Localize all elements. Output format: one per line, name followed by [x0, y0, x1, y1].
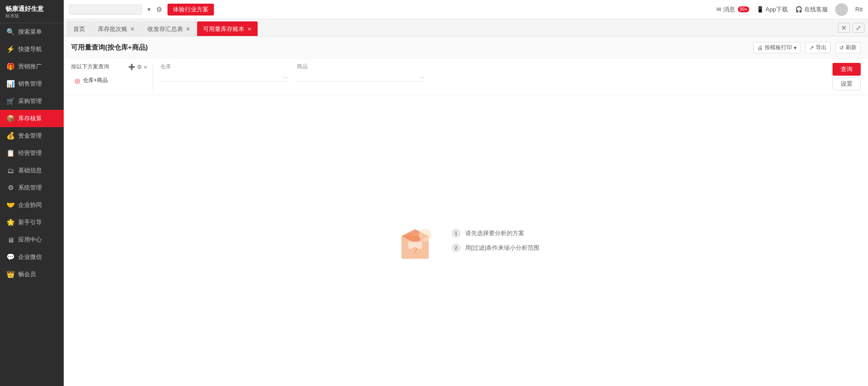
print-btn[interactable]: 🖨 按模板打印 ▾ [753, 42, 801, 53]
scheme-item-label: 仓库+商品 [83, 77, 108, 84]
collapse-btn[interactable]: « [144, 64, 147, 70]
industry-btn[interactable]: 体验行业方案 [168, 4, 214, 15]
query-btn[interactable]: 查询 [832, 63, 861, 76]
empty-hint-1: 1 请先选择要分析的方案 [452, 229, 539, 238]
add-scheme-btn[interactable]: ➕ [128, 64, 135, 70]
warehouse-input[interactable] [160, 72, 280, 79]
product-more-btn[interactable]: ... [419, 72, 424, 79]
topbar: ▾ ⚙ 体验行业方案 ✉ 消息 99+ 📱 App下载 🎧 在线客服 Rit [64, 0, 868, 19]
sidebar-item-marketing[interactable]: 🎁营销推广 [0, 58, 64, 75]
tab-close-available-inventory[interactable]: ✕ [247, 26, 252, 32]
tab-label-batch-account: 库存批次账 [98, 25, 127, 33]
sidebar-label-member: 畅会员 [18, 270, 36, 278]
export-icon: ↗ [809, 45, 814, 51]
tab-batch-account[interactable]: 库存批次账✕ [92, 21, 141, 36]
avatar[interactable] [835, 3, 848, 16]
sidebar-item-operations[interactable]: 📋经营管理 [0, 144, 64, 162]
dropdown-btn[interactable]: ▾ [146, 6, 152, 13]
sidebar-scroll: 🔍搜索菜单⚡快捷导航🎁营销推广📊销售管理🛒采购管理📦库存核算💰资金管理📋经营管理… [0, 23, 64, 386]
tab-close-inventory-summary[interactable]: ✕ [186, 26, 190, 32]
tab-label-inventory-summary: 收发存汇总表 [147, 25, 183, 33]
sidebar-icon-shortcut: ⚡ [6, 45, 15, 53]
sidebar-icon-system: ⚙ [6, 184, 15, 192]
tab-close-batch-account[interactable]: ✕ [130, 26, 135, 32]
sidebar-label-operations: 经营管理 [18, 149, 42, 157]
warehouse-more-btn[interactable]: ... [283, 72, 288, 79]
message-icon: ✉ [716, 6, 721, 13]
filter-action-buttons: 查询 设置 [825, 63, 861, 90]
empty-box-icon: ? [392, 218, 438, 263]
product-field: 商品 ... [297, 63, 424, 82]
filter-settings-btn[interactable]: 设置 [832, 77, 861, 90]
gear-btn[interactable]: ⚙ [156, 5, 162, 14]
sidebar-item-sales[interactable]: 📊销售管理 [0, 75, 64, 93]
sidebar-label-shortcut: 快捷导航 [18, 45, 42, 53]
hint-num-1: 1 [452, 229, 461, 238]
sidebar-icon-purchase: 🛒 [6, 97, 15, 105]
tab-label-available-inventory: 可用量库存账本 [203, 25, 244, 33]
sidebar-item-appcenter[interactable]: 🖥应用中心 [0, 231, 64, 248]
scheme-item-warehouse[interactable]: ◎ 仓库+商品 [71, 74, 147, 87]
app-download-btn[interactable]: 📱 App下载 [756, 5, 788, 14]
svg-point-3 [419, 229, 431, 242]
page-header: 可用量查询(按仓库+商品) 🖨 按模板打印 ▾ ↗ 导出 ↺ 刷新 [64, 36, 868, 58]
tab-home[interactable]: 首页 [67, 21, 91, 36]
sidebar-item-enterprise[interactable]: 🤝企业协同 [0, 196, 64, 214]
warehouse-field: 仓库 ... [160, 63, 288, 82]
product-input[interactable] [297, 72, 416, 79]
filter-right-panel: 仓库 ... 商品 ... 查询 设置 [153, 63, 861, 90]
filter-area: 按以下方案查询 ➕ ⚙ « ◎ 仓库+商品 仓库 [64, 58, 868, 95]
print-dropdown-icon: ▾ [794, 45, 797, 51]
sidebar-label-marketing: 营销推广 [18, 62, 42, 71]
topbar-right: ✉ 消息 99+ 📱 App下载 🎧 在线客服 Rit [716, 3, 863, 16]
sidebar-item-member[interactable]: 👑畅会员 [0, 266, 64, 283]
sidebar-icon-enterprise: 🤝 [6, 201, 15, 209]
sidebar-icon-finance: 💰 [6, 132, 15, 140]
empty-state: ? 1 请先选择要分析的方案 2 用[过滤]条件来缩小分析范围 [64, 95, 868, 386]
product-input-wrapper: ... [297, 72, 424, 82]
sidebar-item-guide[interactable]: 🌟新手引导 [0, 214, 64, 231]
sidebar-item-purchase[interactable]: 🛒采购管理 [0, 93, 64, 110]
hint-text-2: 用[过滤]条件来缩小分析范围 [465, 244, 539, 252]
sidebar-item-shortcut[interactable]: ⚡快捷导航 [0, 41, 64, 58]
refresh-btn[interactable]: ↺ 刷新 [835, 42, 861, 53]
settings-scheme-btn[interactable]: ⚙ [137, 64, 142, 70]
logo-title: 畅康通好生意 [5, 5, 58, 13]
sidebar-label-appcenter: 应用中心 [18, 236, 42, 244]
sidebar-item-basic[interactable]: 🗂基础信息 [0, 162, 64, 179]
tab-inventory-summary[interactable]: 收发存汇总表✕ [142, 21, 196, 36]
warehouse-input-wrapper: ... [160, 72, 288, 82]
tabs-bar: 首页库存批次账✕收发存汇总表✕可用量库存账本✕ ✕ ⤢ [64, 19, 868, 36]
sidebar-item-system[interactable]: ⚙系统管理 [0, 179, 64, 196]
sidebar-icon-guide: 🌟 [6, 218, 15, 226]
sidebar-label-inventory: 库存核算 [18, 114, 42, 123]
message-btn[interactable]: ✉ 消息 99+ [716, 5, 749, 14]
scheme-icon: ◎ [75, 77, 80, 84]
sidebar-label-purchase: 采购管理 [18, 97, 42, 105]
product-label: 商品 [297, 63, 424, 71]
svg-text:?: ? [413, 246, 417, 255]
sidebar-label-finance: 资金管理 [18, 132, 42, 140]
empty-state-inner: ? 1 请先选择要分析的方案 2 用[过滤]条件来缩小分析范围 [392, 218, 539, 263]
sidebar-item-search[interactable]: 🔍搜索菜单 [0, 23, 64, 41]
tab-available-inventory[interactable]: 可用量库存账本✕ [197, 21, 258, 36]
expand-btn[interactable]: ⤢ [853, 23, 864, 33]
message-badge: 99+ [738, 6, 749, 12]
sidebar-logo: 畅康通好生意 标准版 [0, 0, 64, 23]
sidebar-icon-inventory: 📦 [6, 114, 15, 123]
sidebar-item-finance[interactable]: 💰资金管理 [0, 127, 64, 144]
refresh-icon: ↺ [839, 45, 844, 51]
export-btn[interactable]: ↗ 导出 [805, 42, 831, 53]
close-tab-btn[interactable]: ✕ [838, 23, 850, 33]
search-input[interactable] [69, 5, 142, 15]
hint-text-1: 请先选择要分析的方案 [465, 229, 524, 237]
online-service-btn[interactable]: 🎧 在线客服 [795, 5, 828, 14]
sidebar-item-wechat[interactable]: 💬企业微信 [0, 248, 64, 266]
user-name: Rit [855, 6, 863, 13]
sidebar-item-inventory[interactable]: 📦库存核算 [0, 110, 64, 127]
empty-hint-2: 2 用[过滤]条件来缩小分析范围 [452, 243, 539, 252]
sidebar-label-sales: 销售管理 [18, 80, 42, 88]
hint-num-2: 2 [452, 243, 461, 252]
sidebar-label-guide: 新手引导 [18, 218, 42, 226]
sidebar-icon-appcenter: 🖥 [6, 236, 15, 244]
